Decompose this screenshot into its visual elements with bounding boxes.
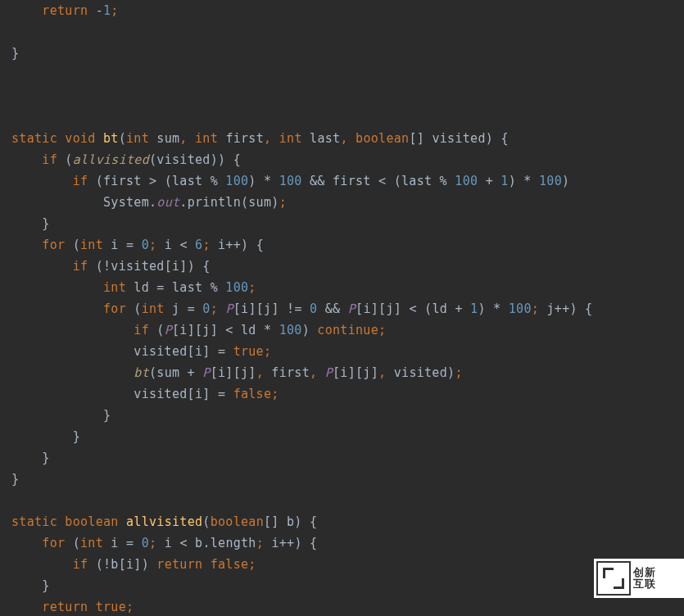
code-block: return -1; } static void bt(int sum, int… (0, 0, 684, 616)
watermark-icon (596, 561, 631, 596)
watermark-text: 创新 互联 (633, 567, 656, 590)
watermark: 创新 互联 (594, 559, 684, 598)
